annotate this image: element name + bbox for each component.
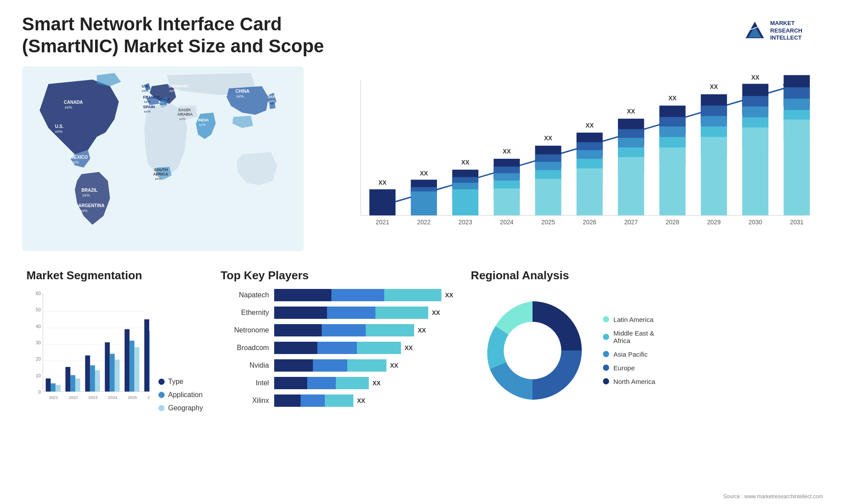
player-row-xilinx: Xilinx XX <box>220 394 453 407</box>
player-name-netronome: Netronome <box>220 326 269 334</box>
svg-rect-140 <box>125 329 129 391</box>
regional-label-na: North America <box>614 378 655 385</box>
svg-text:XX: XX <box>544 135 552 142</box>
map-section: CANADA xx% U.S. xx% MEXICO xx% BRAZIL xx… <box>22 66 304 251</box>
svg-text:xx%: xx% <box>199 123 206 127</box>
svg-text:2027: 2027 <box>624 218 638 225</box>
svg-text:10: 10 <box>36 373 41 378</box>
svg-text:2030: 2030 <box>749 218 762 225</box>
page-title: Smart Network Interface Card (SmartNIC) … <box>22 13 374 58</box>
svg-text:ARABIA: ARABIA <box>177 112 193 117</box>
svg-rect-100 <box>742 127 768 215</box>
player-name-ethernity: Ethernity <box>220 309 269 317</box>
svg-text:SOUTH: SOUTH <box>154 168 168 172</box>
regional-dot-na <box>603 378 609 384</box>
svg-text:xx%: xx% <box>144 100 151 104</box>
player-row-nvidia: Nvidia XX <box>220 359 453 372</box>
regional-label-europe: Europe <box>614 364 635 372</box>
segmentation-title: Market Segmentation <box>26 269 203 282</box>
svg-rect-130 <box>75 378 80 391</box>
player-value-nvidia: XX <box>390 362 398 369</box>
svg-text:XX: XX <box>627 108 636 115</box>
svg-rect-145 <box>149 331 150 391</box>
svg-rect-132 <box>85 355 90 391</box>
svg-text:XX: XX <box>585 121 594 128</box>
legend-label-application: Application <box>168 391 202 399</box>
svg-text:ARGENTINA: ARGENTINA <box>78 203 104 208</box>
header: Smart Network Interface Card (SmartNIC) … <box>22 13 823 58</box>
player-row-netronome: Netronome XX <box>220 324 453 336</box>
regional-item-mea: Middle East &Africa <box>603 329 655 344</box>
svg-text:XX: XX <box>503 148 511 155</box>
svg-rect-93 <box>701 137 727 215</box>
players-section: Top Key Players Napatech XX <box>216 264 458 475</box>
logo-text: MARKET RESEARCH INTELLECT <box>770 20 802 42</box>
svg-text:xx%: xx% <box>160 102 167 106</box>
svg-rect-124 <box>46 378 51 391</box>
player-bar-napatech: XX <box>274 289 453 301</box>
player-name-intel: Intel <box>220 379 269 387</box>
logo-box: MARKET RESEARCH INTELLECT <box>744 13 823 48</box>
svg-text:xx%: xx% <box>236 94 244 99</box>
regional-title: Regional Analysis <box>471 269 819 282</box>
segmentation-section: Market Segmentation 0 10 20 30 40 50 60 <box>22 264 207 475</box>
logo-area: MARKET RESEARCH INTELLECT <box>744 13 823 48</box>
regional-item-na: North America <box>603 378 655 385</box>
player-value-netronome: XX <box>418 327 426 334</box>
svg-rect-137 <box>110 354 114 391</box>
svg-text:XX: XX <box>751 73 760 80</box>
svg-text:FRANCE: FRANCE <box>143 95 160 99</box>
svg-text:xx%: xx% <box>80 208 88 213</box>
player-value-broadcom: XX <box>404 344 413 351</box>
svg-text:BRAZIL: BRAZIL <box>81 188 98 193</box>
players-list: Napatech XX Ethernity <box>220 289 453 407</box>
svg-text:AFRICA: AFRICA <box>153 172 168 176</box>
svg-text:xx%: xx% <box>55 129 62 134</box>
regional-dot-europe <box>603 365 609 371</box>
seg-chart-area: 0 10 20 30 40 50 60 <box>26 289 203 412</box>
player-bar-netronome: XX <box>274 324 453 336</box>
svg-text:XX: XX <box>461 159 470 166</box>
svg-rect-107 <box>784 120 810 215</box>
svg-text:2022: 2022 <box>69 395 78 400</box>
legend-dot-application <box>158 392 165 398</box>
player-bar-broadcom: XX <box>274 342 453 354</box>
players-title: Top Key Players <box>220 269 453 282</box>
player-value-napatech: XX <box>445 292 453 299</box>
svg-text:40: 40 <box>36 324 41 329</box>
svg-text:2026: 2026 <box>147 395 150 400</box>
svg-text:SPAIN: SPAIN <box>143 105 155 109</box>
svg-text:20: 20 <box>36 357 41 362</box>
svg-rect-79 <box>618 157 644 215</box>
svg-text:2021: 2021 <box>376 218 389 225</box>
svg-text:2021: 2021 <box>49 395 58 400</box>
svg-text:XX: XX <box>420 169 428 176</box>
player-name-xilinx: Xilinx <box>220 397 269 405</box>
svg-rect-72 <box>577 168 603 215</box>
svg-rect-51 <box>452 189 478 215</box>
player-value-xilinx: XX <box>357 397 365 404</box>
svg-rect-144 <box>144 319 149 391</box>
svg-rect-136 <box>105 342 110 391</box>
page-container: Smart Network Interface Card (SmartNIC) … <box>0 0 845 504</box>
svg-rect-138 <box>115 359 120 391</box>
player-name-broadcom: Broadcom <box>220 344 269 352</box>
regional-item-apac: Asia Pacific <box>603 351 655 358</box>
player-row-intel: Intel XX <box>220 377 453 389</box>
svg-text:xx%: xx% <box>179 117 186 121</box>
player-value-ethernity: XX <box>432 309 440 316</box>
svg-text:JAPAN: JAPAN <box>268 95 281 99</box>
svg-text:2025: 2025 <box>128 395 137 400</box>
svg-text:U.S.: U.S. <box>55 124 64 129</box>
top-section: CANADA xx% U.S. xx% MEXICO xx% BRAZIL xx… <box>22 66 823 251</box>
svg-text:2023: 2023 <box>459 218 472 225</box>
svg-rect-65 <box>535 179 561 215</box>
svg-rect-134 <box>95 370 100 392</box>
svg-rect-133 <box>90 365 95 391</box>
svg-text:ITALY: ITALY <box>159 97 170 102</box>
legend-dot-type <box>158 379 165 385</box>
regional-section: Regional Analysis <box>467 264 823 475</box>
svg-text:XX: XX <box>793 71 801 72</box>
logo-icon <box>744 20 766 42</box>
player-bar-intel: XX <box>274 377 453 389</box>
